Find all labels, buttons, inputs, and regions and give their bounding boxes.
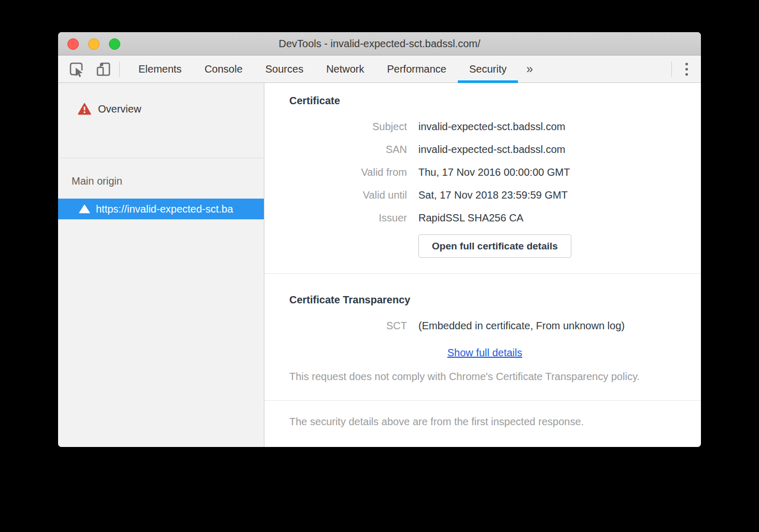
warning-triangle-icon (78, 103, 91, 115)
overview-section: Overview (58, 103, 264, 158)
sidebar-item-origin-selected[interactable]: https://invalid-expected-sct.ba (58, 199, 264, 219)
table-row: Subject invalid-expected-sct.badssl.com (289, 115, 680, 138)
certificate-transparency-title: Certificate Transparency (289, 293, 680, 306)
tab-network[interactable]: Network (315, 55, 375, 82)
devtools-toolbar: Elements Console Sources Network Perform… (58, 55, 701, 83)
row-label: Valid until (289, 189, 407, 201)
origin-url: https://invalid-expected-sct.ba (96, 203, 233, 215)
footer-note: The security details above are from the … (289, 410, 680, 433)
toggle-device-toolbar-icon[interactable] (94, 60, 112, 78)
row-label: SAN (289, 144, 407, 156)
main-origin-heading: Main origin (72, 170, 264, 192)
tab-sources[interactable]: Sources (254, 55, 315, 82)
toolbar-icon-group (58, 55, 112, 82)
certificate-title: Certificate (289, 94, 680, 107)
table-row: Issuer RapidSSL SHA256 CA (289, 206, 680, 229)
more-tabs-chevron-icon[interactable]: » (518, 55, 541, 82)
devtools-window: DevTools - invalid-expected-sct.badssl.c… (58, 32, 701, 447)
toolbar-divider (119, 61, 120, 77)
overview-label: Overview (98, 103, 141, 115)
row-value: (Embedded in certificate, From unknown l… (407, 320, 625, 332)
row-value: Thu, 17 Nov 2016 00:00:00 GMT (407, 166, 570, 178)
tab-elements[interactable]: Elements (127, 55, 193, 82)
table-row: Valid until Sat, 17 Nov 2018 23:59:59 GM… (289, 184, 680, 206)
open-certificate-details-button[interactable]: Open full certificate details (418, 234, 571, 258)
security-panel: Overview Main origin https://invalid-exp… (58, 83, 701, 447)
row-label: Issuer (289, 212, 407, 224)
zoom-button[interactable] (109, 38, 120, 50)
toolbar-right-group (671, 55, 701, 82)
title-bar: DevTools - invalid-expected-sct.badssl.c… (58, 32, 701, 55)
row-value: RapidSSL SHA256 CA (407, 212, 524, 224)
security-origin-view: Certificate Subject invalid-expected-sct… (264, 83, 701, 447)
tab-security[interactable]: Security (458, 55, 518, 82)
certificate-transparency-section: Certificate Transparency SCT (Embedded i… (264, 273, 701, 400)
row-label: Subject (289, 121, 407, 133)
inspect-element-icon[interactable] (67, 60, 85, 78)
traffic-lights (67, 38, 120, 50)
table-row: SAN invalid-expected-sct.badssl.com (289, 138, 680, 161)
link-row: Show full details (289, 341, 680, 364)
security-sidebar: Overview Main origin https://invalid-exp… (58, 83, 264, 447)
warning-triangle-icon (79, 204, 90, 214)
panel-tabs: Elements Console Sources Network Perform… (127, 55, 541, 82)
row-value: Sat, 17 Nov 2018 23:59:59 GMT (407, 189, 568, 201)
row-label: Valid from (289, 166, 407, 178)
table-row: Valid from Thu, 17 Nov 2016 00:00:00 GMT (289, 161, 680, 184)
tab-performance[interactable]: Performance (376, 55, 458, 82)
ct-policy-note: This request does not comply with Chrome… (289, 369, 680, 384)
row-label: SCT (289, 320, 407, 332)
table-row: SCT (Embedded in certificate, From unkno… (289, 314, 680, 337)
minimize-button[interactable] (88, 38, 100, 50)
window-title: DevTools - invalid-expected-sct.badssl.c… (278, 38, 480, 50)
more-options-kebab-icon[interactable] (672, 55, 701, 82)
footer-section: The security details above are from the … (264, 400, 701, 447)
close-button[interactable] (67, 38, 79, 50)
row-value: invalid-expected-sct.badssl.com (407, 144, 565, 156)
show-full-details-link[interactable]: Show full details (447, 347, 523, 359)
row-value: invalid-expected-sct.badssl.com (407, 121, 565, 133)
sidebar-item-overview[interactable]: Overview (78, 103, 264, 115)
tab-console[interactable]: Console (193, 55, 254, 82)
certificate-section: Certificate Subject invalid-expected-sct… (264, 83, 701, 273)
